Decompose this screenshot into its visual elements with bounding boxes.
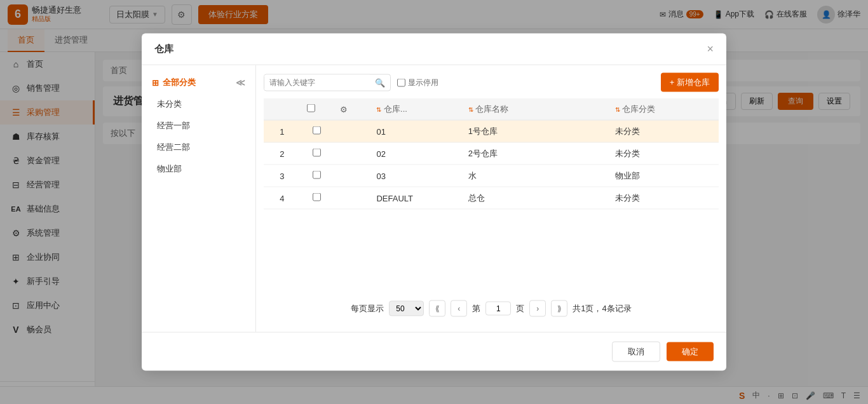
row-4-cat: 未分类 <box>609 187 719 209</box>
table-row[interactable]: 2 02 2号仓库 未分类 <box>264 142 719 165</box>
column-settings-icon[interactable]: ⚙ <box>340 104 348 114</box>
table-header-row: ⚙ ⇅ 仓库... ⇅ 仓库名称 ⇅ <box>264 98 719 121</box>
table-row[interactable]: 4 DEFAULT 总仓 未分类 <box>264 187 719 209</box>
modal-close-button[interactable]: × <box>707 43 714 56</box>
row-2-name: 2号仓库 <box>462 142 609 165</box>
disabled-checkbox-input[interactable] <box>397 78 405 86</box>
row-3-name: 水 <box>462 165 609 187</box>
collapse-category-btn[interactable]: ≪ <box>236 77 245 88</box>
category-all-label: 全部分类 <box>163 77 196 88</box>
per-page-label: 每页显示 <box>351 303 384 314</box>
row-1-setting <box>334 120 370 142</box>
sort-name-icon[interactable]: ⇅ <box>468 106 473 113</box>
table-row[interactable]: 1 01 1号仓库 未分类 <box>264 120 719 142</box>
sort-cat-icon[interactable]: ⇅ <box>615 106 620 113</box>
first-page-btn[interactable]: ⟪ <box>429 300 445 317</box>
row-1-check[interactable] <box>301 120 334 142</box>
row-1-name: 1号仓库 <box>462 120 609 142</box>
row-4-check[interactable] <box>301 187 334 209</box>
col-num-header <box>264 98 301 121</box>
category-item-ops2[interactable]: 经营二部 <box>142 137 255 158</box>
page-suffix-label: 页 <box>516 303 524 314</box>
show-disabled-checkbox[interactable]: 显示停用 <box>397 77 438 88</box>
row-2-code: 02 <box>370 142 461 165</box>
grid-icon: ⊞ <box>152 77 159 87</box>
category-ops2-label: 经营二部 <box>157 142 190 152</box>
row-2-cat: 未分类 <box>609 142 719 165</box>
search-box: 🔍 <box>264 74 391 91</box>
pagination: 每页显示 50 20 100 ⟪ ‹ 第 页 › ⟫ 共1页，4条记录 <box>264 293 719 325</box>
category-item-ops1[interactable]: 经营一部 <box>142 115 255 137</box>
category-panel: ⊞ 全部分类 ≪ 未分类 经营一部 经营二部 物业部 <box>142 65 256 332</box>
row-1-code: 01 <box>370 120 461 142</box>
col-cat-header: ⇅ 仓库分类 <box>609 98 719 121</box>
table-head: ⚙ ⇅ 仓库... ⇅ 仓库名称 ⇅ <box>264 98 719 121</box>
col-name-header: ⇅ 仓库名称 <box>462 98 609 121</box>
row-4-code: DEFAULT <box>370 187 461 209</box>
cancel-button[interactable]: 取消 <box>612 342 660 362</box>
modal-title: 仓库 <box>154 43 173 55</box>
table-panel: 🔍 显示停用 + 新增仓库 <box>256 65 726 332</box>
row-1-checkbox[interactable] <box>313 126 321 135</box>
toolbar: 🔍 显示停用 + 新增仓库 <box>264 73 719 92</box>
add-warehouse-button[interactable]: + 新增仓库 <box>661 73 719 92</box>
row-2-setting <box>334 142 370 165</box>
page-number-input[interactable] <box>485 302 511 316</box>
col-name-label: 仓库名称 <box>475 104 508 114</box>
confirm-button[interactable]: 确定 <box>667 342 714 361</box>
col-code-header: ⇅ 仓库... <box>370 98 461 121</box>
last-page-btn[interactable]: ⟫ <box>551 300 567 317</box>
category-ops1-label: 经营一部 <box>157 121 190 130</box>
row-3-setting <box>334 165 370 187</box>
category-uncat-label: 未分类 <box>157 99 182 109</box>
page-prefix-label: 第 <box>472 303 480 314</box>
warehouse-table: ⚙ ⇅ 仓库... ⇅ 仓库名称 ⇅ <box>264 98 719 210</box>
col-setting-header: ⚙ <box>334 98 370 121</box>
row-4-num: 4 <box>264 187 301 209</box>
table-container: ⚙ ⇅ 仓库... ⇅ 仓库名称 ⇅ <box>264 98 719 293</box>
select-all-checkbox[interactable] <box>307 104 315 112</box>
row-3-num: 3 <box>264 165 301 187</box>
row-4-setting <box>334 187 370 209</box>
category-item-uncat[interactable]: 未分类 <box>142 93 255 115</box>
table-row[interactable]: 3 03 水 物业部 <box>264 165 719 187</box>
row-1-cat: 未分类 <box>609 120 719 142</box>
show-disabled-label: 显示停用 <box>408 77 438 88</box>
sort-code-icon[interactable]: ⇅ <box>376 106 381 113</box>
category-property-label: 物业部 <box>157 164 182 173</box>
modal-footer: 取消 确定 <box>142 332 726 371</box>
row-3-check[interactable] <box>301 165 334 187</box>
total-records-label: 共1页，4条记录 <box>573 303 631 314</box>
search-icon[interactable]: 🔍 <box>370 74 390 90</box>
row-2-checkbox[interactable] <box>313 149 321 157</box>
warehouse-modal: 仓库 × ⊞ 全部分类 ≪ 未分类 经营一部 经营二部 物业部 <box>142 34 726 371</box>
col-cat-label: 仓库分类 <box>622 104 655 114</box>
modal-header: 仓库 × <box>142 34 726 65</box>
search-input[interactable] <box>264 75 370 90</box>
row-3-cat: 物业部 <box>609 165 719 187</box>
row-4-name: 总仓 <box>462 187 609 209</box>
col-check-header <box>301 98 334 121</box>
category-all-btn[interactable]: ⊞ 全部分类 ≪ <box>142 72 255 93</box>
category-item-property[interactable]: 物业部 <box>142 158 255 180</box>
modal-body: ⊞ 全部分类 ≪ 未分类 经营一部 经营二部 物业部 🔍 <box>142 65 726 332</box>
row-1-num: 1 <box>264 120 301 142</box>
row-3-checkbox[interactable] <box>313 171 321 179</box>
next-page-btn[interactable]: › <box>529 300 546 317</box>
row-3-code: 03 <box>370 165 461 187</box>
prev-page-btn[interactable]: ‹ <box>451 300 467 317</box>
table-body: 1 01 1号仓库 未分类 2 <box>264 120 719 209</box>
row-4-checkbox[interactable] <box>313 193 321 201</box>
per-page-select[interactable]: 50 20 100 <box>389 301 424 316</box>
row-2-check[interactable] <box>301 142 334 165</box>
col-code-label: 仓库... <box>384 104 407 114</box>
row-2-num: 2 <box>264 142 301 165</box>
